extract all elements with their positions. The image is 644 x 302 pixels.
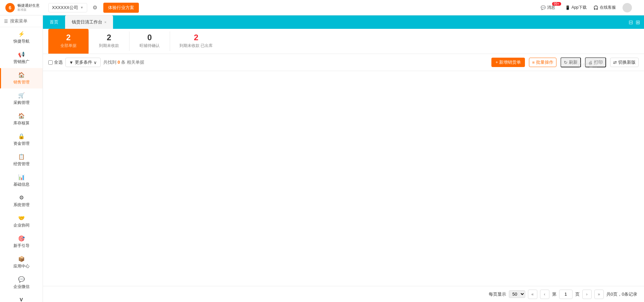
lightning-icon: ⚡ [18,31,25,37]
sidebar-item-sales[interactable]: 🏠 销售管理 [0,68,43,88]
stat-label-overdue: 到期未收款 [99,43,119,49]
sidebar-item-system[interactable]: ⚙ 系统管理 [0,191,43,211]
add-sale-button[interactable]: + 新增销货单 [491,58,525,67]
filter-icon: ▼ [69,60,73,65]
select-all-checkbox[interactable]: 全选 [48,59,63,65]
enterprise-icon: 🤝 [18,215,25,221]
basic-info-icon: 📊 [18,174,25,180]
messages-button[interactable]: 💬 消息 99+ [541,5,558,10]
quick-nav-label: 快捷导航 [13,39,30,44]
tab-bar: 首页 钱货日清工作台 × ⊟ ⊞ [43,15,644,29]
app-center-label: 应用中心 [13,263,30,269]
sales-icon: 🏠 [18,71,25,78]
stat-card-overdue[interactable]: 2 到期未收款 [89,29,129,54]
member-icon: V [18,296,25,302]
sidebar-item-operations[interactable]: 📋 经营管理 [0,150,43,170]
avatar[interactable] [623,3,632,12]
stat-card-pending[interactable]: 0 旺辅待确认 [129,29,170,54]
sidebar-item-purchase[interactable]: 🛒 采购管理 [0,88,43,109]
next-page-button[interactable]: › [582,290,592,299]
operations-icon: 📋 [18,153,25,160]
sidebar-item-finance[interactable]: 🔒 资金管理 [0,129,43,150]
batch-operation-button[interactable]: ≡ 批量操作 [529,58,556,67]
sidebar-item-search-menu[interactable]: ☰ 搜索菜单 [0,15,43,27]
dropdown-arrow-icon: ▼ [80,6,84,9]
wechat-label: 企业微信 [13,284,30,290]
trial-button[interactable]: 体验行业方案 [103,3,139,13]
page-label: 第 [552,291,556,297]
sidebar-item-app-center[interactable]: 📦 应用中心 [0,252,43,273]
chevron-down-icon: ∨ [94,60,97,65]
sidebar-item-quick-nav[interactable]: ⚡ 快捷导航 [0,27,43,48]
headset-icon: 🎧 [593,5,598,10]
stat-card-shipped[interactable]: 2 到期未收款 已出库 [170,29,222,54]
wechat-icon: 💬 [18,276,25,283]
active-tab-label: 钱货日清工作台 [72,19,102,25]
sidebar-item-inventory[interactable]: 🏠 库存核算 [0,109,43,129]
purchase-label: 采购管理 [13,100,30,106]
per-page-select[interactable]: 50 [509,290,525,298]
online-service-button[interactable]: 🎧 在线客服 [593,5,616,10]
stat-label-shipped: 到期未收款 已出库 [179,43,213,49]
select-all-input[interactable] [48,60,53,65]
phone-icon: 📱 [565,5,570,10]
tab-home[interactable]: 首页 [43,15,65,29]
gear-icon: ⚙ [93,4,97,11]
more-filters-button[interactable]: ▼ 更多条件 ∨ [65,58,101,67]
sales-label: 销售管理 [13,79,30,85]
close-tab-icon[interactable]: × [104,20,106,24]
app-download-label: App下载 [572,5,587,10]
last-page-button[interactable]: » [594,290,604,299]
maximize-icon[interactable]: ⊞ [636,19,640,25]
switch-icon: ⇄ [613,60,617,65]
marketing-icon: 📢 [18,51,25,58]
sidebar-item-marketing[interactable]: 📢 营销推广 [0,48,43,68]
switch-version-button[interactable]: ⇄ 切换新版 [610,58,639,67]
stat-label-all: 全部单据 [60,43,76,49]
select-all-label: 全选 [54,59,63,65]
message-icon: 💬 [541,5,546,10]
more-filters-label: 更多条件 [75,59,92,65]
inventory-icon: 🏠 [18,112,25,119]
finance-label: 资金管理 [13,141,30,146]
purchase-icon: 🛒 [18,92,25,99]
system-icon: ⚙ [18,194,25,201]
table-area [43,71,644,286]
operations-label: 经营管理 [13,161,30,167]
page-suffix: 页 [575,291,580,297]
company-name: XXXXXX公司 [52,5,78,11]
stat-card-all[interactable]: 2 全部单据 [48,29,89,54]
tab-qianhuoricqing[interactable]: 钱货日清工作台 × [65,15,113,29]
batch-icon: ≡ [532,60,535,65]
top-header: 6 畅捷通好生意 标准版 XXXXXX公司 ▼ ⚙ 体验行业方案 💬 消息 99… [0,0,644,15]
message-badge: 99+ [552,2,561,6]
settings-button[interactable]: ⚙ [90,3,100,13]
prev-page-button[interactable]: ‹ [540,290,549,299]
sidebar-item-member[interactable]: V 畅会员 [0,293,43,302]
sidebar-item-wechat[interactable]: 💬 企业微信 [0,273,43,293]
company-selector[interactable]: XXXXXX公司 ▼ [48,3,87,12]
stats-row: 2 全部单据 2 到期未收款 0 旺辅待确认 2 到期未收款 已出库 [43,29,644,54]
refresh-icon: ↻ [564,60,568,65]
page-number-input[interactable] [559,290,573,299]
app-download-button[interactable]: 📱 App下载 [565,5,587,10]
found-count: 0 [118,60,120,65]
stat-label-pending: 旺辅待确认 [140,43,160,49]
logo-text-block: 畅捷通好生意 标准版 [17,3,40,12]
sidebar-item-guide[interactable]: 🎯 新手引导 [0,232,43,252]
finance-icon: 🔒 [18,133,25,139]
tab-bar-right: ⊟ ⊞ [629,19,644,25]
basic-info-label: 基础信息 [13,182,30,187]
stat-number-shipped: 2 [194,33,198,42]
marketing-label: 营销推广 [13,59,30,65]
minimize-icon[interactable]: ⊟ [629,19,633,25]
sidebar-item-basic-info[interactable]: 📊 基础信息 [0,170,43,191]
home-tab-label: 首页 [50,19,58,25]
system-label: 系统管理 [13,202,30,208]
first-page-button[interactable]: « [528,290,537,299]
stat-number-all: 2 [66,33,70,42]
per-page-label: 每页显示 [489,291,506,297]
sidebar-item-enterprise[interactable]: 🤝 企业协同 [0,211,43,232]
online-service-label: 在线客服 [600,5,616,10]
toolbar-right: + 新增销货单 ≡ 批量操作 ↻ 刷新 🖨 打印 ⇄ [491,57,639,67]
